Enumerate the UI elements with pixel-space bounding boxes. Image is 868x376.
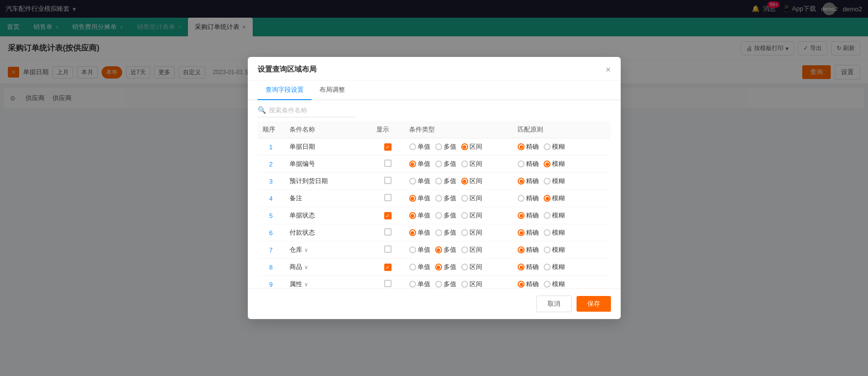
radio-circle-icon — [518, 246, 525, 253]
save-button[interactable]: 保存 — [577, 296, 611, 312]
dialog-close-button[interactable]: × — [605, 65, 611, 74]
radio-label-range: 区间 — [470, 280, 482, 288]
match-radio-exact[interactable]: 精确 — [518, 142, 539, 151]
radio-circle-icon — [544, 143, 551, 150]
dialog-tab-fields[interactable]: 查询字段设置 — [258, 81, 312, 100]
dialog-title: 设置查询区域布局 — [258, 65, 316, 74]
type-radio-multi[interactable]: 多值 — [435, 194, 456, 203]
type-radio-multi[interactable]: 多值 — [435, 280, 456, 288]
radio-circle-icon — [435, 246, 442, 253]
display-checkbox[interactable] — [384, 245, 392, 253]
radio-label-range: 区间 — [470, 263, 482, 271]
match-radio-exact[interactable]: 精确 — [518, 263, 539, 271]
match-radio-exact[interactable]: 精确 — [518, 280, 539, 288]
type-radio-range[interactable]: 区间 — [461, 177, 482, 186]
type-radio-range[interactable]: 区间 — [461, 160, 482, 168]
type-radio-single[interactable]: 单值 — [409, 263, 430, 271]
match-radio-fuzzy[interactable]: 模糊 — [544, 228, 565, 237]
type-radio-range[interactable]: 区间 — [461, 194, 482, 203]
match-radio-fuzzy[interactable]: 模糊 — [544, 142, 565, 151]
radio-circle-icon — [518, 229, 525, 236]
type-radio-range[interactable]: 区间 — [461, 142, 482, 151]
type-radio-multi[interactable]: 多值 — [435, 142, 456, 151]
type-radio-range[interactable]: 区间 — [461, 228, 482, 237]
display-checkbox[interactable] — [384, 177, 392, 184]
type-radio-range[interactable]: 区间 — [461, 263, 482, 271]
match-radio-fuzzy[interactable]: 模糊 — [544, 245, 565, 254]
cell-display[interactable] — [371, 138, 404, 156]
cell-display[interactable] — [371, 259, 404, 276]
th-name: 条件名称 — [285, 121, 371, 138]
type-radio-single[interactable]: 单值 — [409, 245, 430, 254]
match-radio-fuzzy[interactable]: 模糊 — [544, 211, 565, 220]
cell-name: 预计到货日期 — [285, 173, 371, 190]
radio-label-fuzzy: 模糊 — [552, 263, 565, 271]
cell-type: 单值多值区间 — [404, 190, 513, 207]
cell-type: 单值多值区间 — [404, 224, 513, 242]
type-radio-multi[interactable]: 多值 — [435, 160, 456, 168]
cell-name: 付款状态 — [285, 224, 371, 242]
match-radio-exact[interactable]: 精确 — [518, 177, 539, 186]
match-radio-fuzzy[interactable]: 模糊 — [544, 160, 565, 168]
type-radio-multi[interactable]: 多值 — [435, 211, 456, 220]
type-radio-range[interactable]: 区间 — [461, 245, 482, 254]
radio-label-single: 单值 — [418, 245, 430, 254]
cell-display[interactable] — [371, 242, 404, 259]
display-checkbox[interactable] — [384, 228, 392, 236]
radio-label-fuzzy: 模糊 — [552, 211, 565, 220]
type-radio-multi[interactable]: 多值 — [435, 177, 456, 186]
cell-display[interactable] — [371, 190, 404, 207]
th-type: 条件类型 — [404, 121, 513, 138]
match-radio-exact[interactable]: 精确 — [518, 160, 539, 168]
cell-name: 商品 ∨ — [285, 259, 371, 276]
match-radio-fuzzy[interactable]: 模糊 — [544, 194, 565, 203]
search-input[interactable] — [269, 107, 347, 114]
display-checkbox[interactable] — [384, 264, 392, 271]
match-radio-exact[interactable]: 精确 — [518, 194, 539, 203]
dialog-tab-fields-label: 查询字段设置 — [265, 86, 304, 93]
table-row: 7仓库 ∨单值多值区间精确模糊 — [258, 242, 611, 259]
display-checkbox[interactable] — [384, 212, 392, 219]
match-radio-exact[interactable]: 精确 — [518, 228, 539, 237]
radio-label-exact: 精确 — [526, 228, 539, 237]
dialog-tab-layout[interactable]: 布局调整 — [312, 81, 353, 100]
radio-circle-icon — [435, 229, 442, 236]
radio-circle-icon — [435, 143, 442, 150]
type-radio-multi[interactable]: 多值 — [435, 245, 456, 254]
dialog-tabs: 查询字段设置 布局调整 — [248, 81, 621, 100]
dialog-tab-layout-label: 布局调整 — [319, 86, 345, 93]
type-radio-single[interactable]: 单值 — [409, 280, 430, 288]
type-radio-single[interactable]: 单值 — [409, 228, 430, 237]
cell-display[interactable] — [371, 156, 404, 173]
match-radio-fuzzy[interactable]: 模糊 — [544, 263, 565, 271]
type-radio-range[interactable]: 区间 — [461, 211, 482, 220]
cancel-button[interactable]: 取消 — [536, 295, 572, 312]
radio-circle-icon — [435, 161, 442, 167]
type-radio-single[interactable]: 单值 — [409, 194, 430, 203]
match-radio-exact[interactable]: 精确 — [518, 245, 539, 254]
dropdown-caret-icon: ∨ — [304, 247, 308, 253]
type-radio-range[interactable]: 区间 — [461, 280, 482, 288]
type-radio-single[interactable]: 单值 — [409, 177, 430, 186]
match-radio-exact[interactable]: 精确 — [518, 211, 539, 220]
dialog-footer: 取消 保存 — [248, 288, 621, 319]
type-radio-multi[interactable]: 多值 — [435, 228, 456, 237]
radio-label-range: 区间 — [470, 177, 482, 186]
type-radio-single[interactable]: 单值 — [409, 211, 430, 220]
match-radio-fuzzy[interactable]: 模糊 — [544, 177, 565, 186]
type-radio-single[interactable]: 单值 — [409, 160, 430, 168]
radio-label-single: 单值 — [418, 211, 430, 220]
cell-display[interactable] — [371, 173, 404, 190]
cell-display[interactable] — [371, 276, 404, 289]
match-radio-fuzzy[interactable]: 模糊 — [544, 280, 565, 288]
display-checkbox[interactable] — [384, 143, 392, 151]
display-checkbox[interactable] — [384, 160, 392, 167]
cell-display[interactable] — [371, 224, 404, 242]
display-checkbox[interactable] — [384, 280, 392, 287]
radio-circle-icon — [461, 195, 468, 202]
type-radio-single[interactable]: 单值 — [409, 142, 430, 151]
radio-circle-icon — [435, 178, 442, 185]
cell-display[interactable] — [371, 207, 404, 224]
display-checkbox[interactable] — [384, 194, 392, 201]
type-radio-multi[interactable]: 多值 — [435, 263, 456, 271]
